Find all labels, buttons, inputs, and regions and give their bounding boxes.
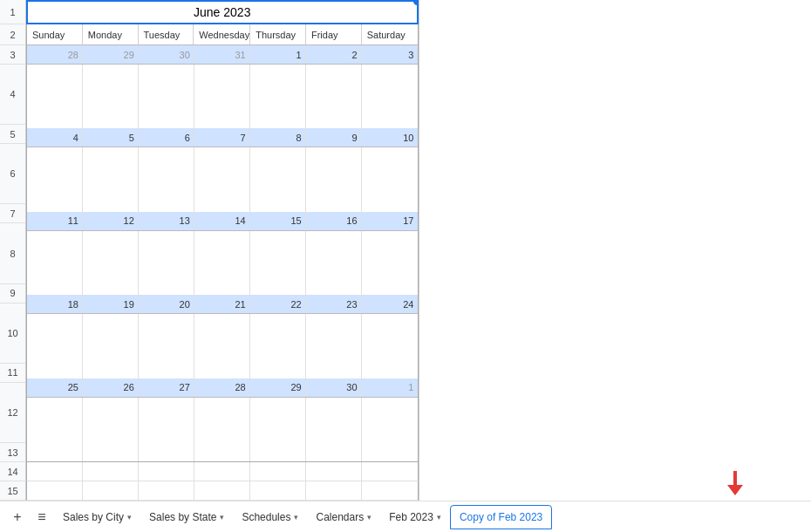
week-4-space [27, 314, 418, 378]
row-num-13: 13 [0, 443, 25, 462]
date-8: 8 [250, 128, 306, 147]
week-3: 11 12 13 14 15 16 17 [27, 212, 418, 295]
calendar-title: June 2023 [26, 0, 419, 24]
row-num-14: 14 [0, 462, 25, 481]
week-1: 28 29 30 31 1 2 3 [27, 45, 418, 128]
date-29-prev: 29 [83, 45, 139, 64]
extra-row-13 [26, 462, 419, 481]
row-num-8: 8 [0, 223, 25, 283]
date-2: 2 [306, 45, 362, 64]
date-27: 27 [139, 379, 194, 397]
row-num-4: 4 [0, 65, 25, 125]
week-row-nums: 3 4 5 6 7 [0, 45, 25, 501]
date-25: 25 [27, 379, 83, 397]
header-wednesday: Wednesday [194, 24, 250, 44]
extra-rows [26, 462, 419, 501]
extra-row-14 [26, 481, 419, 501]
date-11: 11 [27, 212, 83, 230]
date-31-prev: 31 [194, 45, 250, 64]
week-5-space [27, 398, 418, 461]
row-num-15: 15 [0, 481, 25, 501]
row-num-11: 11 [0, 364, 25, 383]
date-15: 15 [250, 212, 306, 230]
row-num-1: 1 [0, 0, 25, 24]
date-10: 10 [362, 128, 418, 147]
tab-sales-by-state[interactable]: Sales by State ▾ [140, 505, 233, 529]
calendar-weeks: 28 29 30 31 1 2 3 4 [26, 45, 419, 462]
week-5: 25 26 27 28 29 30 1 [27, 379, 418, 461]
week-2: 4 5 6 7 8 9 10 [27, 128, 418, 211]
row-num-9: 9 [0, 284, 25, 304]
calendar-title-text: June 2023 [194, 5, 250, 19]
week-1-space [27, 65, 418, 128]
tab-feb-2023[interactable]: Feb 2023 ▾ [380, 505, 450, 529]
row-num-7: 7 [0, 204, 25, 223]
add-sheet-button[interactable]: + [5, 505, 30, 529]
date-28: 28 [194, 379, 250, 397]
date-22: 22 [250, 295, 306, 313]
tab-copy-feb-2023[interactable]: Copy of Feb 2023 [450, 505, 552, 529]
row-num-12: 12 [0, 383, 25, 443]
week-4-dates: 18 19 20 21 22 23 24 [27, 295, 418, 314]
header-friday: Friday [306, 24, 362, 44]
date-30: 30 [306, 379, 362, 397]
week-4: 18 19 20 21 22 23 24 [27, 295, 418, 378]
date-6: 6 [139, 128, 194, 147]
date-29: 29 [250, 379, 306, 397]
week-5-dates: 25 26 27 28 29 30 1 [27, 379, 418, 398]
row-num-5: 5 [0, 125, 25, 144]
date-9: 9 [306, 128, 362, 147]
row-num-10: 10 [0, 304, 25, 364]
header-sunday: Sunday [27, 24, 83, 44]
tab-arrow-feb2023: ▾ [437, 513, 441, 522]
date-23: 23 [306, 295, 362, 313]
week-1-dates: 28 29 30 31 1 2 3 [27, 45, 418, 65]
date-30-prev: 30 [139, 45, 194, 64]
day-headers: Sunday Monday Tuesday Wednesday Thursday… [26, 24, 419, 45]
tab-arrow-calendars: ▾ [367, 513, 371, 522]
header-tuesday: Tuesday [139, 24, 194, 44]
date-12: 12 [83, 212, 139, 230]
tab-calendars[interactable]: Calendars ▾ [307, 505, 380, 529]
date-17: 17 [362, 212, 418, 230]
date-19: 19 [83, 295, 139, 313]
row-num-6: 6 [0, 144, 25, 204]
header-monday: Monday [83, 24, 139, 44]
selection-handle [413, 0, 419, 5]
row-num-3: 3 [0, 45, 25, 65]
row-number-column: 1 2 3 4 5 [0, 0, 26, 501]
tab-schedules[interactable]: Schedules ▾ [233, 505, 307, 529]
date-4: 4 [27, 128, 83, 147]
header-thursday: Thursday [250, 24, 306, 44]
tab-sales-by-city[interactable]: Sales by City ▾ [54, 505, 140, 529]
date-28-prev: 28 [27, 45, 83, 64]
date-24: 24 [362, 295, 418, 313]
tabs-bar: + ≡ Sales by City ▾ Sales by State ▾ Sch… [0, 501, 811, 532]
calendar-area: June 2023 Sunday Monday Tuesday Wednesda… [26, 0, 419, 501]
tab-arrow-sales-city: ▾ [127, 513, 132, 522]
week-3-dates: 11 12 13 14 15 16 17 [27, 212, 418, 231]
week-2-space [27, 147, 418, 211]
date-26: 26 [83, 379, 139, 397]
tab-arrow-schedules: ▾ [294, 513, 298, 522]
date-7: 7 [194, 128, 250, 147]
tab-arrow-sales-state: ▾ [220, 513, 224, 522]
date-1: 1 [250, 45, 306, 64]
sheet-menu-button[interactable]: ≡ [30, 505, 54, 529]
week-2-dates: 4 5 6 7 8 9 10 [27, 128, 418, 147]
header-saturday: Saturday [362, 24, 418, 44]
date-18: 18 [27, 295, 83, 313]
date-3: 3 [362, 45, 418, 64]
date-14: 14 [194, 212, 250, 230]
date-13: 13 [139, 212, 194, 230]
date-20: 20 [139, 295, 194, 313]
week-3-space [27, 231, 418, 295]
date-1-next: 1 [362, 379, 418, 397]
right-empty-area [419, 0, 812, 501]
row-num-2: 2 [0, 24, 25, 45]
date-5: 5 [83, 128, 139, 147]
date-21: 21 [194, 295, 250, 313]
date-16: 16 [306, 212, 362, 230]
